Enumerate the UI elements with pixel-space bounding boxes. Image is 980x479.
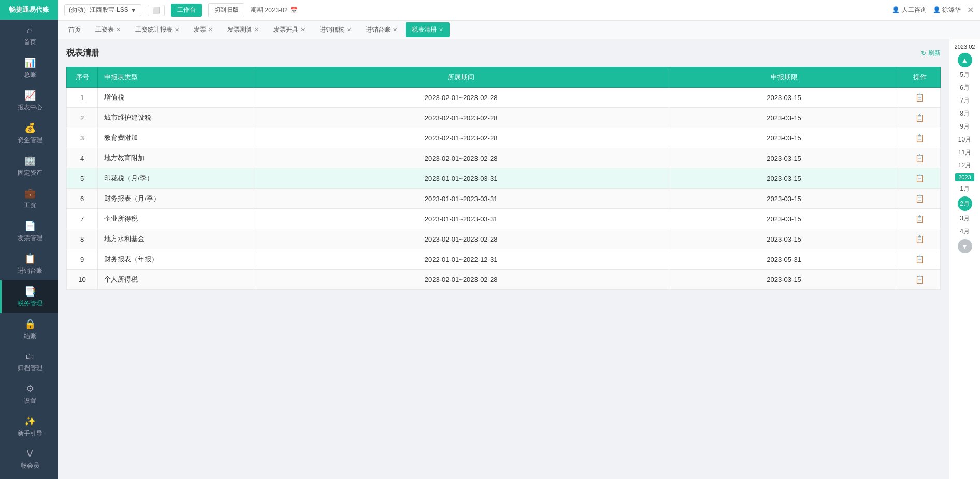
tab-invoice-open[interactable]: 发票开具 ✕ (267, 22, 311, 37)
cell-deadline: 2023-03-15 (669, 270, 899, 290)
action-icon[interactable]: 📋 (915, 93, 924, 102)
sidebar-item-vip[interactable]: V 畅会员 (0, 443, 58, 475)
sidebar-item-fund[interactable]: 💰 资金管理 (0, 117, 58, 150)
sidebar-item-archive[interactable]: 🗂 归档管理 (0, 346, 58, 378)
action-icon[interactable]: 📋 (915, 114, 924, 122)
tab-tax-list[interactable]: 税表清册 ✕ (406, 22, 450, 37)
dropdown-icon: ▼ (131, 7, 137, 14)
sidebar-item-label: 税务管理 (18, 299, 42, 308)
cell-deadline: 2023-03-15 (669, 108, 899, 128)
tab-close-icon[interactable]: ✕ (439, 26, 443, 33)
tab-close-icon[interactable]: ✕ (116, 26, 121, 33)
sidebar-item-inout[interactable]: 📋 进销台账 (0, 248, 58, 280)
sidebar-item-settings[interactable]: ⚙ 设置 (0, 378, 58, 411)
switch-old-button[interactable]: 切到旧版 (208, 3, 244, 17)
table-row: 9 财务报表（年报） 2022-01-01~2022-12-31 2023-05… (67, 249, 941, 270)
period-item-7[interactable]: 7月 (949, 94, 980, 107)
tabbar: 首页 工资表 ✕ 工资统计报表 ✕ 发票 ✕ 发票测算 ✕ 发票开具 ✕ 进销稽… (58, 21, 980, 39)
tab-close-icon[interactable]: ✕ (347, 26, 351, 33)
period-item-11[interactable]: 11月 (949, 146, 980, 159)
workbench-button[interactable]: 工作台 (171, 4, 202, 17)
sidebar-item-asset[interactable]: 🏢 固定资产 (0, 150, 58, 182)
cell-period: 2023-02-01~2023-02-28 (253, 229, 669, 249)
period-item-12[interactable]: 12月 (949, 159, 980, 172)
period-item-4[interactable]: 4月 (949, 225, 980, 238)
cell-deadline: 2023-03-15 (669, 229, 899, 249)
tab-close-icon[interactable]: ✕ (393, 26, 397, 33)
sidebar-item-home[interactable]: ⌂ 首页 (0, 20, 58, 52)
cell-action[interactable]: 📋 (899, 168, 941, 189)
cell-action[interactable]: 📋 (899, 108, 941, 128)
cell-action[interactable]: 📋 (899, 270, 941, 290)
tab-label: 发票开具 (273, 25, 298, 34)
period-item-9[interactable]: 9月 (949, 120, 980, 133)
tab-close-icon[interactable]: ✕ (254, 26, 259, 33)
action-icon[interactable]: 📋 (915, 134, 924, 142)
cell-action[interactable]: 📋 (899, 249, 941, 270)
calendar-icon[interactable]: 📅 (290, 7, 298, 14)
page-header: 税表清册 ↻ 刷新 (66, 48, 941, 59)
cell-action[interactable]: 📋 (899, 209, 941, 229)
cell-period: 2023-01-01~2023-03-31 (253, 168, 669, 189)
action-icon[interactable]: 📋 (915, 154, 924, 162)
sidebar-item-invoice[interactable]: 📄 发票管理 (0, 215, 58, 248)
tab-inout-ledger[interactable]: 进销台账 ✕ (359, 22, 403, 37)
period-up-button[interactable]: ▲ (958, 53, 972, 67)
sidebar-item-guide[interactable]: ✨ 新手引导 (0, 411, 58, 443)
action-icon[interactable]: 📋 (915, 194, 924, 203)
period-item-8[interactable]: 8月 (949, 107, 980, 120)
topbar: (勿动）江西股宝-LSS ▼ ⬜ 工作台 切到旧版 期期 2023-02 📅 👤… (58, 0, 980, 21)
action-icon[interactable]: 📋 (915, 235, 924, 243)
action-icon[interactable]: 📋 (915, 255, 924, 263)
tab-invoice[interactable]: 发票 ✕ (188, 22, 219, 37)
period-item-5[interactable]: 5月 (949, 68, 980, 81)
cell-action[interactable]: 📋 (899, 189, 941, 209)
tab-close-icon[interactable]: ✕ (300, 26, 305, 33)
sidebar-item-report[interactable]: 📈 报表中心 (0, 84, 58, 117)
cell-action[interactable]: 📋 (899, 229, 941, 249)
sidebar-item-closing[interactable]: 🔒 结账 (0, 313, 58, 346)
period-down-button[interactable]: ▼ (958, 239, 972, 253)
tab-inout-check[interactable]: 进销稽核 ✕ (313, 22, 357, 37)
period-item-10[interactable]: 10月 (949, 133, 980, 146)
tab-home[interactable]: 首页 (62, 22, 87, 37)
cell-period: 2023-02-01~2023-02-28 (253, 270, 669, 290)
tab-label: 工资统计报表 (135, 25, 172, 34)
copy-button[interactable]: ⬜ (148, 5, 165, 16)
cell-index: 4 (67, 148, 98, 168)
tab-salary-report[interactable]: 工资统计报表 ✕ (129, 22, 185, 37)
cell-period: 2023-02-01~2023-02-28 (253, 88, 669, 108)
cell-type: 地方水利基金 (98, 229, 253, 249)
sidebar-item-ledger[interactable]: 📊 总账 (0, 52, 58, 84)
page-title: 税表清册 (66, 48, 99, 59)
period-value: 2023-02 (265, 7, 288, 14)
user-menu[interactable]: 👤 徐涤华 (933, 6, 961, 15)
ai-consult[interactable]: 👤 人工咨询 (892, 6, 926, 15)
company-name: (勿动）江西股宝-LSS (69, 6, 128, 15)
period-item-1[interactable]: 1月 (949, 182, 980, 195)
cell-action[interactable]: 📋 (899, 88, 941, 108)
action-icon[interactable]: 📋 (915, 215, 924, 223)
period-item-3[interactable]: 3月 (949, 212, 980, 225)
tab-salary[interactable]: 工资表 ✕ (89, 22, 127, 37)
tab-invoice-calc[interactable]: 发票测算 ✕ (221, 22, 265, 37)
tab-close-icon[interactable]: ✕ (208, 26, 213, 33)
salary-icon: 💼 (24, 188, 36, 199)
tab-label: 进销台账 (366, 25, 391, 34)
cell-action[interactable]: 📋 (899, 148, 941, 168)
period-item-2[interactable]: 2月 (958, 196, 972, 211)
cell-index: 10 (67, 270, 98, 290)
period-item-6[interactable]: 6月 (949, 81, 980, 94)
action-icon[interactable]: 📋 (915, 174, 924, 182)
company-selector[interactable]: (勿动）江西股宝-LSS ▼ (64, 4, 141, 16)
cell-action[interactable]: 📋 (899, 128, 941, 148)
sidebar-item-tax[interactable]: 📑 税务管理 (0, 280, 58, 313)
col-header-deadline: 申报期限 (669, 67, 899, 88)
sidebar-item-salary[interactable]: 💼 工资 (0, 182, 58, 215)
topbar-close-button[interactable]: ✕ (967, 5, 974, 15)
tab-close-icon[interactable]: ✕ (175, 26, 179, 33)
unpin-button[interactable]: 📌 取消固定 (0, 475, 58, 479)
refresh-button[interactable]: ↻ 刷新 (921, 49, 941, 58)
action-icon[interactable]: 📋 (915, 275, 924, 284)
cell-index: 2 (67, 108, 98, 128)
